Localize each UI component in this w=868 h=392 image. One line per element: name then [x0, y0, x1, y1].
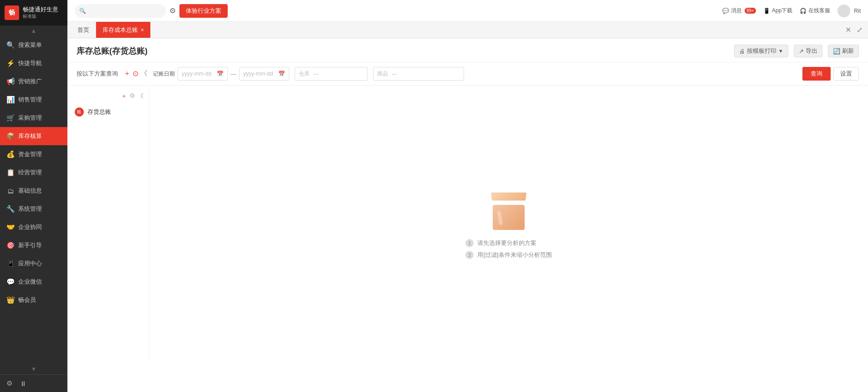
empty-box-icon	[488, 189, 529, 230]
date-start-input[interactable]: yyyy-mm-dd 📅	[178, 67, 228, 81]
filter-controls: 记账日期 yyyy-mm-dd 📅 — yyyy-mm-dd 📅 仓库 ···	[153, 67, 859, 81]
sidebar-item-quick-nav[interactable]: ⚡ 快捷导航	[0, 54, 67, 72]
sidebar-item-member[interactable]: 👑 畅会员	[0, 291, 67, 309]
close-panel-icon[interactable]: ✕	[843, 25, 853, 35]
enterprise-icon: 🤝	[6, 223, 15, 231]
app-download-btn[interactable]: 📱 App下载	[763, 7, 792, 15]
refresh-icon: 🔄	[833, 48, 840, 55]
main-area: 🔍 ⚙ 体验行业方案 💬 消息 99+ 📱 App下载 🎧 在线客服 Rit	[67, 0, 868, 392]
avatar	[837, 5, 850, 17]
refresh-btn[interactable]: 🔄 刷新	[828, 45, 859, 57]
print-dropdown-icon[interactable]: ▼	[778, 48, 783, 54]
tab-close-icon[interactable]: ×	[141, 27, 144, 33]
system-icon: 🔧	[6, 205, 15, 213]
tip-num-1: 1	[465, 239, 474, 247]
date-label: 记账日期	[153, 70, 175, 78]
sidebar-footer: ⚙ ⏸	[0, 374, 67, 392]
user-area[interactable]: Rit	[837, 5, 861, 17]
page-header: 库存总账(存货总账) 🖨 按模板打印 ▼ ↗ 导出 🔄 刷新	[67, 38, 868, 62]
goods-select[interactable]: 商品 ···	[373, 67, 464, 81]
left-panel: ＋ ⊙ 《 账 存货总账	[67, 86, 149, 362]
sidebar-item-system[interactable]: 🔧 系统管理	[0, 200, 67, 218]
left-panel-item-inventory[interactable]: 账 存货总账	[67, 104, 149, 120]
logo-icon: 畅	[5, 5, 19, 20]
sidebar-scroll-up[interactable]: ▲	[0, 25, 67, 36]
collapse-filter-icon[interactable]: 《	[140, 69, 148, 78]
search-bar[interactable]: 🔍	[75, 4, 166, 18]
online-service-btn[interactable]: 🎧 在线客服	[800, 7, 830, 15]
sidebar-nav: 🔍 搜索菜单 ⚡ 快捷导航 📢 营销推广 📊 销售管理 🛒 采购管理 📦 库存核…	[0, 36, 67, 364]
date-end-input[interactable]: yyyy-mm-dd 📅	[239, 67, 289, 81]
sidebar-item-wechat[interactable]: 💬 企业微信	[0, 273, 67, 291]
date-end-placeholder: yyyy-mm-dd	[243, 71, 273, 77]
industry-btn[interactable]: 体验行业方案	[179, 4, 228, 18]
page-title: 库存总账(存货总账)	[77, 46, 148, 56]
goods-label: 商品	[377, 70, 388, 78]
tip-item-1: 1 请先选择要分析的方案	[465, 239, 551, 247]
date-start-placeholder: yyyy-mm-dd	[182, 71, 211, 77]
tab-home[interactable]: 首页	[71, 22, 96, 38]
sidebar-item-basic-info[interactable]: 🗂 基础信息	[0, 182, 67, 200]
right-empty-panel: 1 请先选择要分析的方案 2 用[过滤]条件来缩小分析范围	[149, 86, 868, 362]
calendar-start-icon[interactable]: 📅	[217, 71, 224, 77]
sidebar-item-search-menu[interactable]: 🔍 搜索菜单	[0, 36, 67, 54]
export-icon: ↗	[799, 48, 804, 55]
sidebar-scroll-down[interactable]: ▼	[0, 364, 67, 374]
finance-icon: 💰	[6, 150, 15, 158]
left-panel-config-icon[interactable]: ⊙	[130, 92, 135, 100]
left-panel-add-icon[interactable]: ＋	[121, 92, 127, 100]
tabs-right-controls: ✕ ⤢	[843, 25, 868, 35]
add-filter-icon[interactable]: ＋	[123, 69, 131, 78]
message-btn[interactable]: 💬 消息 99+	[722, 7, 756, 15]
member-icon: 👑	[6, 296, 15, 304]
box-body	[493, 205, 525, 230]
resize-panel-icon[interactable]: ⤢	[855, 25, 864, 35]
filter-add-btns: ＋ ⊙ 《	[123, 67, 148, 78]
warehouse-select[interactable]: 仓库 ···	[295, 67, 368, 81]
operation-icon: 📋	[6, 168, 15, 177]
phone-icon: 📱	[763, 8, 770, 14]
sidebar-item-app-center[interactable]: 📱 应用中心	[0, 255, 67, 273]
print-btn[interactable]: 🖨 按模板打印 ▼	[734, 45, 788, 57]
left-panel-collapse-icon[interactable]: 《	[138, 92, 143, 100]
page-header-actions: 🖨 按模板打印 ▼ ↗ 导出 🔄 刷新	[734, 45, 859, 57]
app-badge: 标准版	[23, 13, 58, 20]
app-center-icon: 📱	[6, 260, 15, 268]
box-shine	[497, 211, 503, 225]
wechat-icon: 💬	[6, 278, 15, 286]
tab-inventory-cost[interactable]: 库存成本总账 ×	[96, 22, 151, 38]
collapse-icon[interactable]: ⏸	[20, 380, 26, 387]
app-logo: 畅 畅捷通好生意 标准版	[0, 0, 67, 25]
inventory-icon: 📦	[6, 132, 15, 140]
purchase-icon: 🛒	[6, 114, 15, 122]
sidebar-item-sales[interactable]: 📊 销售管理	[0, 91, 67, 109]
gear-icon[interactable]: ⚙	[169, 6, 176, 15]
inventory-ledger-icon: 账	[75, 107, 84, 117]
username: Rit	[854, 8, 861, 14]
warehouse-more-icon[interactable]: ···	[313, 70, 319, 77]
query-btn[interactable]: 查询	[802, 67, 831, 81]
date-range: 记账日期 yyyy-mm-dd 📅 — yyyy-mm-dd 📅	[153, 67, 289, 81]
settings-btn[interactable]: 设置	[833, 67, 859, 81]
basic-info-icon: 🗂	[6, 187, 15, 195]
export-btn[interactable]: ↗ 导出	[794, 45, 822, 57]
goods-more-icon[interactable]: ···	[392, 70, 397, 77]
left-panel-icons: ＋ ⊙ 《	[121, 92, 143, 100]
settings-icon[interactable]: ⚙	[6, 379, 12, 387]
sidebar-item-purchase[interactable]: 🛒 采购管理	[0, 109, 67, 127]
filter-settings-icon[interactable]: ⊙	[133, 69, 138, 78]
printer-icon: 🖨	[739, 48, 745, 55]
left-panel-header: ＋ ⊙ 《	[67, 90, 149, 104]
page-content: 库存总账(存货总账) 🖨 按模板打印 ▼ ↗ 导出 🔄 刷新 按以下方案查询	[67, 38, 868, 392]
topbar-right: 💬 消息 99+ 📱 App下载 🎧 在线客服 Rit	[722, 5, 861, 17]
date-separator: —	[230, 71, 236, 77]
sidebar-item-newbie[interactable]: 🎯 新手引导	[0, 236, 67, 255]
marketing-icon: 📢	[6, 77, 15, 86]
calendar-end-icon[interactable]: 📅	[278, 71, 285, 77]
sidebar-item-finance[interactable]: 💰 资金管理	[0, 145, 67, 163]
sidebar-item-marketing[interactable]: 📢 营销推广	[0, 72, 67, 91]
sidebar-item-inventory[interactable]: 📦 库存核算	[0, 127, 67, 145]
empty-illustration: 1 请先选择要分析的方案 2 用[过滤]条件来缩小分析范围	[465, 189, 551, 259]
sidebar-item-enterprise[interactable]: 🤝 企业协同	[0, 218, 67, 236]
sidebar-item-operation[interactable]: 📋 经营管理	[0, 163, 67, 182]
